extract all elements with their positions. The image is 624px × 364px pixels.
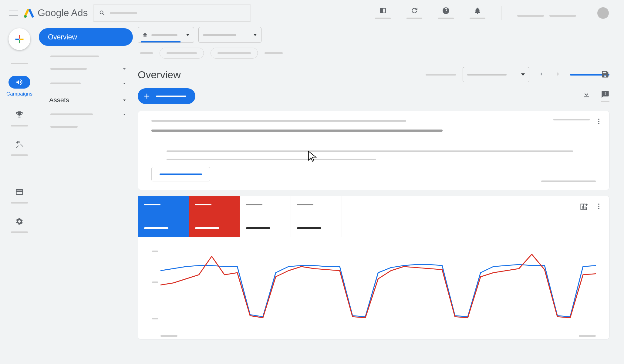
svg-point-9 [598,206,599,207]
svg-rect-4 [20,39,24,40]
svg-rect-1 [19,35,20,39]
svg-point-10 [598,208,599,209]
svg-point-6 [598,121,599,122]
metric-tile-2[interactable] [189,196,240,237]
plus-icon [143,92,151,100]
svg-point-0 [24,15,27,18]
account-scope-select[interactable] [138,27,194,43]
menu-icon[interactable] [9,8,18,18]
svg-rect-3 [15,39,19,40]
megaphone-icon [15,78,23,86]
filter-chip[interactable] [160,48,204,59]
rail-label: Campaigns [6,91,32,97]
avatar[interactable] [597,7,609,19]
chevron-down-icon [121,80,127,86]
notifications-button[interactable] [470,7,485,19]
page-title: Overview [138,69,181,81]
download-button[interactable] [582,90,591,102]
sidenav-section-assets[interactable]: Assets [39,91,133,107]
svg-rect-2 [19,40,20,43]
metric-tile-4[interactable] [291,196,342,237]
card-primary-action[interactable] [151,167,210,181]
gear-icon [15,217,24,226]
recommendation-card [138,111,609,190]
save-page-button[interactable] [601,70,609,80]
trophy-icon [15,111,24,119]
help-button[interactable] [438,7,454,19]
card-secondary-link[interactable] [541,180,596,182]
chevron-right-icon [555,71,562,77]
filter-chip[interactable] [211,48,258,59]
feedback-icon [601,90,609,99]
sidenav-item[interactable] [39,51,133,62]
chevron-down-icon [121,97,127,103]
download-icon [582,90,591,99]
sidenav-item[interactable] [39,62,133,76]
rail-goals[interactable] [8,109,30,126]
new-campaign-button[interactable] [138,88,195,104]
rail-campaigns[interactable]: Campaigns [6,76,32,97]
metric-tile-1[interactable] [138,196,189,237]
search-icon [99,10,106,16]
performance-chart-card [138,196,609,339]
svg-point-8 [598,204,599,205]
card-icon [15,188,24,196]
plus-multicolor-icon [14,34,25,45]
brand-logo[interactable]: Google Ads [24,7,88,19]
add-chart-icon [579,203,588,211]
card-meta-link[interactable] [553,119,590,120]
refresh-icon [410,7,418,15]
performance-chart [160,248,596,330]
account-picker[interactable] [517,9,576,17]
tools-icon [15,140,24,149]
breadcrumb-row [140,48,609,59]
sidenav-item[interactable] [39,107,133,122]
feedback-button[interactable] [601,90,609,102]
home-icon [142,32,148,38]
date-range-select[interactable] [463,67,529,82]
sidenav-item[interactable] [39,122,133,132]
metric-tile-3[interactable] [240,196,291,237]
save-page-icon [601,70,609,79]
sidenav: Overview Assets [39,26,133,364]
campaign-scope-select[interactable] [198,27,261,43]
rail-admin[interactable] [8,215,30,233]
chart-menu-button[interactable] [595,203,602,211]
chevron-down-icon [121,111,127,117]
app-header: Google Ads [0,0,624,26]
card-menu-button[interactable] [595,118,602,126]
rail-billing[interactable] [8,186,30,204]
kebab-icon [595,203,602,210]
chevron-down-icon [121,66,127,72]
svg-point-5 [598,119,599,120]
search-placeholder [110,12,137,14]
appearance-toggle[interactable] [375,7,391,19]
google-ads-logo-icon [24,8,34,18]
help-icon [442,7,450,15]
date-next-button[interactable] [553,69,563,80]
search-input[interactable] [93,5,251,22]
panel-icon [379,7,387,15]
sidenav-item[interactable] [39,76,133,91]
date-prev-button[interactable] [536,69,546,80]
chevron-left-icon [538,71,545,77]
bell-icon [474,7,481,15]
refresh-button[interactable] [406,7,422,19]
nav-rail: Campaigns [0,26,39,364]
main-content: Overview [133,26,624,364]
add-chart-metric-button[interactable] [579,203,588,212]
rail-tools[interactable] [8,138,30,156]
create-fab[interactable] [8,28,30,50]
sidenav-overview-label: Overview [48,33,77,41]
brand-text: Google Ads [38,7,88,19]
svg-point-7 [598,123,599,124]
kebab-icon [595,118,602,125]
sidenav-overview[interactable]: Overview [39,28,133,46]
